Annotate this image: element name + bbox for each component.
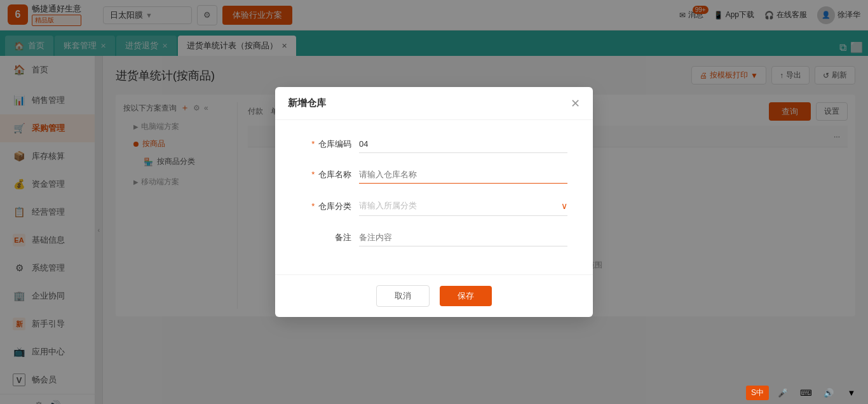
form-name-label: * 仓库名称 [301,169,351,180]
warehouse-category-select[interactable]: 请输入所属分类 ∨ [359,196,567,216]
form-row-code: * 仓库编码 [301,135,567,153]
category-placeholder: 请输入所属分类 [359,200,417,212]
warehouse-code-input[interactable] [359,135,567,153]
save-button[interactable]: 保存 [440,286,492,306]
keyboard-icon[interactable]: ⌨ [797,384,815,401]
modal-body: * 仓库编码 * 仓库名称 * 仓库分类 请输入所属 [275,120,593,274]
form-code-label: * 仓库编码 [301,138,351,150]
required-star-name: * [311,170,315,179]
microphone-icon[interactable]: 🎤 [774,384,792,401]
speaker-icon[interactable]: 🔊 [820,384,837,401]
modal-header: 新增仓库 ✕ [275,87,593,120]
bottom-bar: S中 🎤 ⌨ 🔊 ▼ [738,381,868,404]
form-row-name: * 仓库名称 [301,166,567,184]
modal-footer: 取消 保存 [275,274,593,317]
cancel-button[interactable]: 取消 [376,285,430,307]
modal-close-button[interactable]: ✕ [571,98,580,109]
required-star-category: * [311,201,315,211]
new-warehouse-modal: 新增仓库 ✕ * 仓库编码 * 仓库名称 [275,87,593,317]
modal-overlay[interactable]: 新增仓库 ✕ * 仓库编码 * 仓库名称 [0,0,868,404]
warehouse-note-input[interactable] [359,229,567,246]
warehouse-name-input[interactable] [359,166,567,184]
sougou-input-icon[interactable]: S中 [746,386,769,400]
form-category-label: * 仓库分类 [301,201,351,212]
required-star-code: * [311,139,315,149]
form-row-category: * 仓库分类 请输入所属分类 ∨ [301,196,567,216]
modal-title: 新增仓库 [288,97,326,109]
more-icon[interactable]: ▼ [843,384,860,401]
form-note-label: 备注 [301,232,351,243]
category-dropdown-arrow: ∨ [561,201,567,211]
form-row-note: 备注 [301,229,567,246]
